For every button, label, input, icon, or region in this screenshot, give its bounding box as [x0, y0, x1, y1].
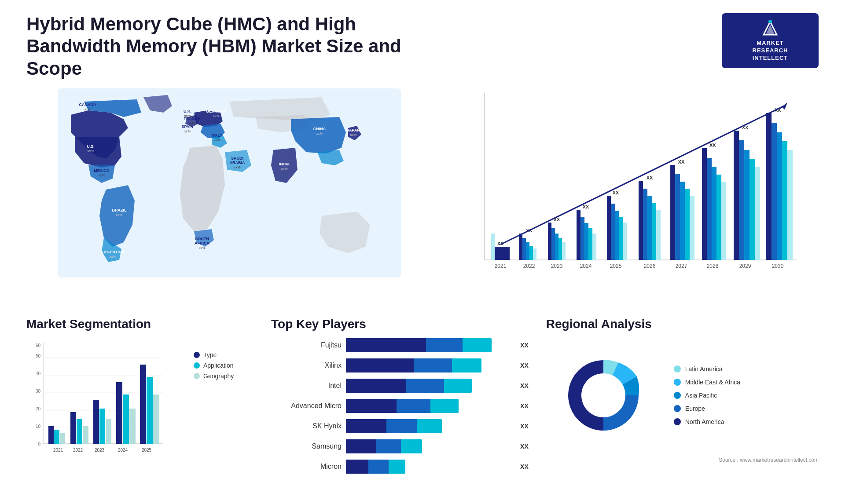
player-value: XX	[520, 342, 529, 349]
svg-rect-72	[652, 203, 656, 260]
source-text: Source : www.marketresearchintellect.com	[546, 457, 819, 463]
svg-text:2028: 2028	[707, 263, 719, 269]
svg-text:2023: 2023	[95, 448, 105, 453]
svg-marker-1	[766, 25, 775, 35]
svg-text:xx%: xx%	[109, 255, 116, 259]
players-bars: Fujitsu XX Xilinx	[271, 338, 529, 474]
player-row-xilinx: Xilinx XX	[271, 358, 529, 373]
svg-text:2021: 2021	[53, 448, 63, 453]
svg-rect-77	[675, 174, 680, 260]
svg-rect-130	[99, 409, 105, 444]
svg-text:20: 20	[36, 406, 41, 411]
svg-text:FRANCE: FRANCE	[184, 117, 200, 121]
svg-text:BRAZIL: BRAZIL	[112, 208, 126, 212]
svg-point-2	[768, 20, 772, 23]
svg-rect-137	[140, 365, 146, 444]
player-bar-container	[346, 419, 511, 433]
svg-rect-127	[83, 426, 88, 444]
svg-text:XX: XX	[583, 204, 589, 209]
player-bar-container	[346, 399, 511, 413]
seg-legend: Type Application Geography	[194, 351, 234, 461]
svg-rect-64	[615, 211, 619, 260]
svg-text:SPAIN: SPAIN	[182, 124, 194, 129]
svg-rect-125	[70, 412, 76, 444]
svg-rect-50	[555, 234, 558, 260]
legend-middle-east-dot	[674, 379, 681, 386]
svg-rect-76	[670, 165, 675, 260]
svg-text:ARGENTINA: ARGENTINA	[101, 250, 125, 254]
svg-text:0: 0	[38, 442, 40, 446]
legend-geography-dot	[194, 373, 200, 379]
player-row-advanced-micro: Advanced Micro XX	[271, 399, 529, 413]
svg-text:50: 50	[36, 354, 41, 358]
regional-content: Latin America Middle East & Africa Asia …	[546, 338, 819, 453]
player-name-micron: Micron	[271, 463, 342, 471]
svg-text:xx%: xx%	[213, 114, 219, 118]
page-container: Hybrid Memory Cube (HMC) and High Bandwi…	[0, 0, 845, 504]
logo-icon	[759, 19, 781, 37]
svg-text:AFRICA: AFRICA	[195, 241, 209, 245]
player-name-xilinx: Xilinx	[271, 362, 342, 369]
svg-text:2024: 2024	[118, 448, 128, 453]
svg-text:SOUTH: SOUTH	[195, 237, 209, 241]
player-name-fujitsu: Fujitsu	[271, 341, 342, 349]
svg-rect-65	[619, 217, 623, 260]
svg-text:2024: 2024	[580, 263, 592, 269]
logo: MARKET RESEARCH INTELLECT	[722, 13, 819, 68]
svg-rect-78	[680, 182, 685, 260]
svg-text:xx%: xx%	[184, 129, 191, 133]
legend-application: Application	[194, 362, 234, 369]
svg-rect-133	[116, 382, 122, 444]
svg-text:ITALY: ITALY	[212, 133, 223, 138]
svg-rect-55	[577, 210, 580, 260]
svg-text:xx%: xx%	[84, 107, 91, 111]
svg-text:10: 10	[36, 424, 41, 429]
legend-application-dot	[194, 362, 200, 369]
donut-svg	[546, 338, 661, 453]
svg-rect-42	[522, 238, 526, 260]
svg-text:2025: 2025	[610, 263, 622, 269]
player-value: XX	[520, 362, 529, 369]
svg-rect-98	[772, 123, 777, 260]
seg-chart: 0 10 20 30 40 50 60	[26, 338, 167, 461]
player-value: XX	[520, 402, 529, 409]
header: Hybrid Memory Cube (HMC) and High Bandwi…	[26, 13, 819, 80]
svg-text:40: 40	[36, 371, 41, 376]
player-bar-container	[346, 439, 511, 453]
svg-rect-86	[716, 175, 721, 260]
player-bar	[346, 460, 405, 474]
player-bar-container	[346, 460, 511, 474]
svg-rect-69	[639, 181, 643, 260]
svg-rect-41	[519, 234, 522, 260]
svg-rect-48	[548, 223, 551, 260]
svg-text:GERMANY: GERMANY	[206, 109, 226, 113]
player-bar	[346, 379, 472, 393]
regional-section: Regional Analysis	[546, 317, 819, 484]
svg-text:XX: XX	[613, 190, 619, 195]
bottom-section: Market Segmentation 0 10 20 30 40 50	[26, 317, 819, 484]
svg-rect-49	[551, 228, 555, 260]
player-bar-container	[346, 358, 511, 373]
svg-rect-90	[734, 131, 739, 260]
svg-rect-52	[562, 242, 566, 260]
player-value: XX	[520, 423, 529, 430]
segmentation-title: Market Segmentation	[26, 317, 254, 331]
svg-rect-123	[60, 433, 65, 444]
svg-rect-84	[707, 158, 712, 260]
svg-rect-51	[558, 238, 562, 260]
bar-chart-section: XX 2021 XX 2022 XX	[450, 88, 819, 299]
svg-rect-104	[491, 234, 495, 260]
svg-text:SAUDI: SAUDI	[231, 156, 243, 161]
svg-rect-63	[611, 204, 615, 260]
player-value: XX	[520, 463, 529, 470]
svg-rect-58	[588, 228, 592, 260]
player-row-intel: Intel XX	[271, 379, 529, 393]
svg-text:XX: XX	[678, 159, 685, 164]
player-bar	[346, 358, 481, 373]
svg-rect-44	[529, 246, 533, 260]
player-row-samsung: Samsung XX	[271, 439, 529, 453]
svg-text:JAPAN: JAPAN	[347, 128, 360, 132]
segmentation-content: 0 10 20 30 40 50 60	[26, 338, 254, 461]
player-bar	[346, 419, 442, 433]
svg-text:2022: 2022	[523, 263, 535, 269]
